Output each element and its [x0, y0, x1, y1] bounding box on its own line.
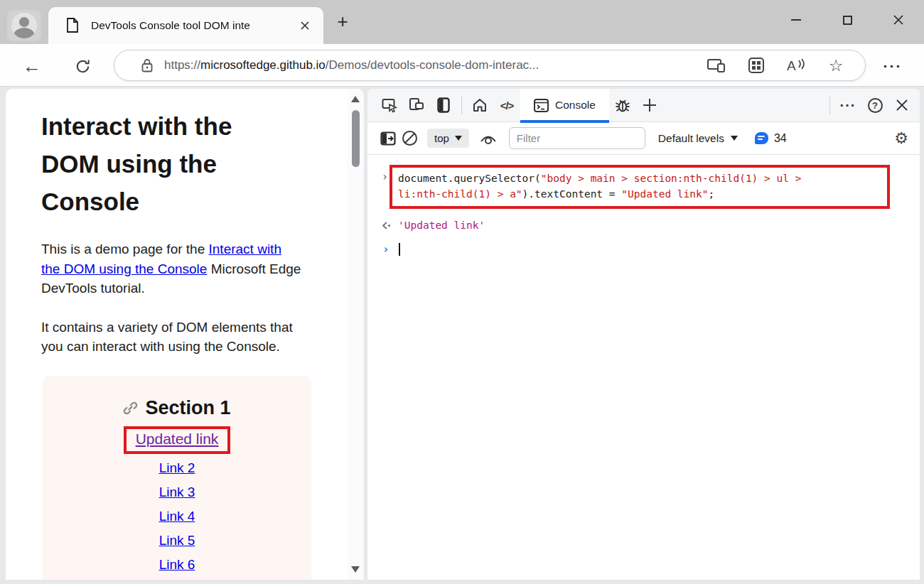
- tab-console[interactable]: Console: [520, 89, 609, 122]
- back-button[interactable]: ←: [20, 54, 44, 78]
- section-1-card: Section 1 Updated link Link 2 Link 3 Lin…: [43, 376, 311, 580]
- console-toolbar: top Default levels 34 ⚙: [367, 122, 920, 155]
- inspect-element-icon[interactable]: [376, 89, 403, 121]
- minimize-button[interactable]: [770, 0, 822, 40]
- levels-label: Default levels: [658, 132, 724, 145]
- address-bar[interactable]: https://microsoftedge.github.io/Demos/de…: [114, 50, 866, 81]
- read-aloud-icon[interactable]: A: [787, 56, 805, 75]
- console-input[interactable]: ›: [382, 242, 920, 256]
- second-paragraph: It contains a variety of DOM elements th…: [41, 318, 303, 357]
- divider: [461, 96, 462, 114]
- return-value-icon: [382, 222, 392, 229]
- collections-qr-icon[interactable]: [747, 56, 765, 75]
- lock-icon[interactable]: [141, 59, 153, 72]
- section1-link-5[interactable]: Link 5: [159, 533, 195, 548]
- titlebar: DevTools Console tool DOM inte +: [0, 0, 924, 44]
- devtools-panel: </> Console ··· ?: [367, 89, 920, 580]
- tab-title: DevTools Console tool DOM inte: [91, 19, 284, 32]
- console-command-line-1: document.querySelector("body > main > se…: [398, 171, 881, 186]
- send-to-devices-icon[interactable]: [707, 56, 726, 75]
- section1-link-3[interactable]: Link 3: [159, 485, 195, 499]
- scroll-up-icon[interactable]: [351, 96, 360, 102]
- browser-window: DevTools Console tool DOM inte + ←: [0, 0, 924, 584]
- window-controls: [770, 0, 924, 40]
- console-result: 'Updated link': [382, 220, 920, 231]
- section1-link-6[interactable]: Link 6: [159, 557, 195, 572]
- console-icon: [534, 99, 549, 112]
- settings-gear-icon[interactable]: ⚙: [894, 129, 908, 147]
- section1-link-1[interactable]: Updated link: [136, 431, 219, 447]
- page-favicon-icon: [65, 18, 80, 33]
- command-prompt-icon: ›: [382, 171, 388, 183]
- section1-link-4[interactable]: Link 4: [159, 509, 195, 524]
- console-sidebar-toggle-icon[interactable]: [377, 128, 399, 149]
- issues-counter[interactable]: 34: [755, 132, 787, 145]
- annotation-box-updated-link: Updated link: [124, 426, 231, 454]
- issues-count: 34: [774, 132, 787, 145]
- dock-side-icon[interactable]: [430, 89, 457, 121]
- tab-close-icon[interactable]: [296, 17, 313, 34]
- profile-avatar-icon: [11, 13, 37, 38]
- result-value: 'Updated link': [398, 220, 485, 231]
- context-selector[interactable]: top: [427, 129, 469, 148]
- refresh-button[interactable]: [70, 54, 95, 78]
- maximize-button[interactable]: [822, 0, 873, 40]
- console-log[interactable]: › document.querySelector("body > main > …: [367, 155, 920, 256]
- chevron-down-icon: [455, 136, 462, 141]
- svg-text:A: A: [787, 58, 796, 73]
- browser-tab[interactable]: DevTools Console tool DOM inte: [48, 7, 323, 44]
- profile-button[interactable]: [7, 10, 41, 41]
- devtools-tab-bar: </> Console ··· ?: [367, 89, 920, 122]
- web-page: Interact with the DOM using the Console …: [6, 89, 364, 580]
- context-label: top: [434, 132, 449, 144]
- console-command-line-2: li:nth-child(1) > a").textContent = "Upd…: [398, 186, 881, 202]
- more-tools-plus-icon[interactable]: [636, 89, 663, 121]
- issues-bug-icon[interactable]: [609, 89, 636, 121]
- devtools-menu-icon[interactable]: ···: [834, 89, 861, 121]
- url-text: https://microsoftedge.github.io/Demos/de…: [164, 58, 539, 72]
- text-cursor: [399, 243, 400, 256]
- issues-bubble-icon: [755, 132, 768, 144]
- log-levels-dropdown[interactable]: Default levels: [658, 132, 738, 145]
- elements-tab-icon[interactable]: </>: [493, 89, 520, 121]
- close-devtools-icon[interactable]: [888, 89, 915, 121]
- console-tab-label: Console: [555, 99, 596, 112]
- new-tab-button[interactable]: +: [331, 10, 354, 33]
- divider: [829, 96, 830, 114]
- content-area: Interact with the DOM using the Console …: [0, 87, 924, 584]
- device-emulation-icon[interactable]: [403, 89, 430, 121]
- browser-menu-icon[interactable]: ···: [879, 54, 907, 78]
- page-scrollbar[interactable]: [348, 89, 364, 580]
- annotation-box-command: document.querySelector("body > main > se…: [390, 165, 890, 209]
- clear-console-icon[interactable]: [399, 128, 420, 149]
- close-window-button[interactable]: [873, 0, 924, 40]
- input-prompt-icon: ›: [382, 242, 390, 256]
- intro-paragraph: This is a demo page for the Interact wit…: [41, 239, 303, 298]
- welcome-home-icon[interactable]: [466, 89, 493, 121]
- page-title: Interact with the DOM using the Console: [41, 107, 291, 220]
- section-1-heading: Section 1: [123, 397, 230, 419]
- help-icon[interactable]: ?: [861, 89, 888, 121]
- filter-input[interactable]: [509, 127, 645, 149]
- section1-link-2[interactable]: Link 2: [159, 460, 195, 475]
- browser-toolbar: ← https://microsoftedge.github.io/Demos/…: [0, 44, 924, 87]
- live-expression-eye-icon[interactable]: [478, 128, 499, 149]
- scroll-down-icon[interactable]: [351, 566, 360, 573]
- chevron-down-icon: [731, 136, 738, 141]
- favorites-star-icon[interactable]: ☆: [827, 56, 845, 75]
- scrollbar-thumb[interactable]: [352, 110, 360, 167]
- anchor-link-icon[interactable]: [123, 401, 138, 416]
